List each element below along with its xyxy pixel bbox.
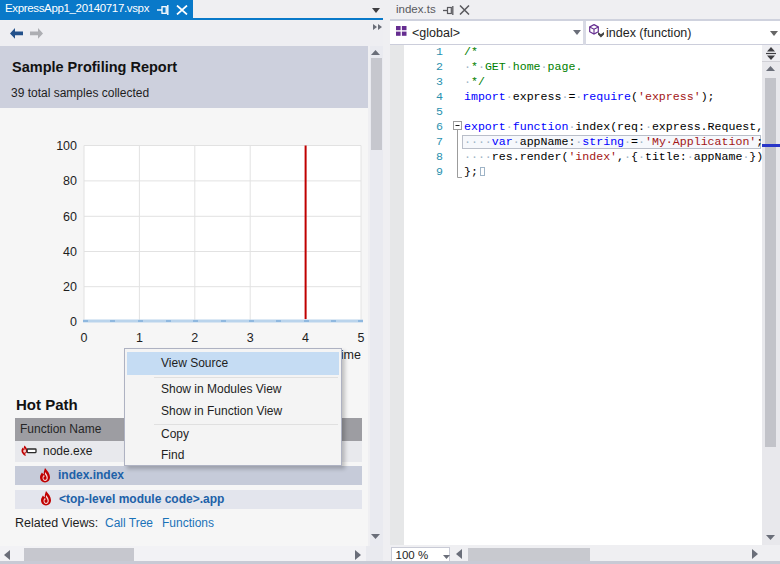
svg-text:2: 2 [191, 331, 198, 345]
svg-text:0: 0 [70, 315, 77, 329]
svg-text:0: 0 [81, 331, 88, 345]
svg-text:100: 100 [56, 139, 77, 153]
svg-text:40: 40 [63, 245, 77, 259]
svg-text:20: 20 [63, 280, 77, 294]
svg-text:3: 3 [247, 331, 254, 345]
svg-text:1: 1 [136, 331, 143, 345]
svg-text:80: 80 [63, 174, 77, 188]
svg-text:4: 4 [302, 331, 309, 345]
svg-text:60: 60 [63, 210, 77, 224]
svg-text:5: 5 [358, 331, 365, 345]
